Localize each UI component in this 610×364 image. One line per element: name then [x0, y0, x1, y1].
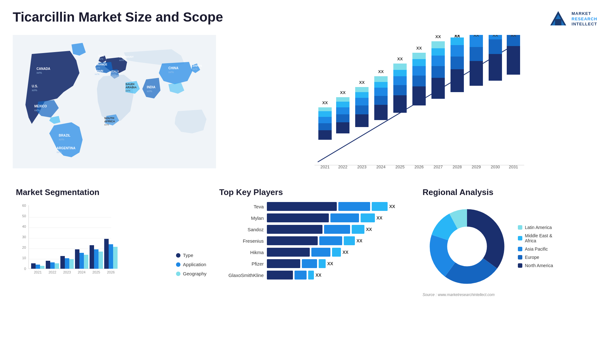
svg-text:xx%: xx%: [95, 73, 99, 76]
svg-rect-37: [318, 130, 332, 140]
svg-text:2021: 2021: [34, 270, 42, 274]
player-name-gsk: GlaxoSmithKline: [219, 273, 264, 278]
svg-rect-48: [336, 97, 349, 102]
player-bar-fresenius: XX: [267, 236, 410, 245]
svg-text:XX: XX: [322, 100, 328, 105]
svg-rect-125: [46, 261, 50, 269]
svg-rect-129: [65, 258, 69, 269]
svg-text:xx%: xx%: [37, 71, 42, 74]
legend-type: Type: [176, 253, 207, 258]
logo: MARKET RESEARCH INTELLECT: [549, 10, 597, 29]
player-label-pfizer: XX: [327, 261, 333, 266]
player-label-hikma: XX: [342, 250, 349, 255]
bar-chart-svg: XX 2021 XX 2022 XX 2023: [229, 35, 591, 175]
player-row-mylan: Mylan XX: [219, 213, 410, 222]
player-bar-dark-teva: [267, 202, 337, 211]
svg-text:AFRICA: AFRICA: [104, 120, 115, 123]
legend-europe: Europe: [518, 255, 553, 260]
svg-point-151: [447, 227, 487, 266]
svg-rect-47: [336, 102, 349, 107]
svg-rect-66: [393, 85, 407, 95]
svg-rect-122: [31, 263, 36, 269]
svg-text:INDIA: INDIA: [147, 85, 155, 89]
svg-rect-55: [355, 87, 369, 92]
player-bar-mid-gsk: [295, 271, 307, 280]
player-label-fresenius: XX: [356, 238, 363, 243]
svg-text:xx%: xx%: [59, 138, 64, 141]
svg-text:XX: XX: [378, 69, 384, 74]
svg-rect-128: [60, 256, 65, 269]
svg-rect-73: [412, 76, 426, 86]
svg-rect-59: [374, 96, 388, 105]
svg-rect-89: [451, 37, 464, 45]
world-map: CANADA xx% U.S. xx% MEXICO xx% BRAZIL xx…: [13, 35, 216, 168]
seg-chart-svg: 0 10 20 30 40 50 60: [16, 202, 118, 285]
svg-rect-86: [451, 69, 464, 92]
header: Ticarcillin Market Size and Scope MARKET…: [0, 0, 610, 32]
player-bar-dark-fresenius: [267, 236, 318, 245]
svg-text:30: 30: [22, 235, 26, 239]
player-name-mylan: Mylan: [219, 215, 264, 221]
svg-text:40: 40: [22, 225, 26, 228]
player-label-mylan: XX: [376, 215, 383, 220]
svg-text:2025: 2025: [92, 270, 100, 274]
svg-text:U.K.: U.K.: [98, 54, 104, 57]
svg-rect-61: [374, 82, 388, 88]
svg-rect-58: [374, 105, 388, 120]
svg-rect-51: [355, 114, 369, 127]
svg-rect-38: [318, 123, 332, 130]
player-bar-light-pfizer: [319, 259, 326, 268]
svg-rect-60: [374, 88, 388, 96]
players-list: Teva XX Mylan XX: [219, 202, 410, 280]
player-bar-gsk: XX: [267, 271, 410, 280]
svg-rect-131: [75, 249, 79, 269]
svg-text:SAUDI: SAUDI: [125, 83, 134, 86]
svg-text:XX: XX: [435, 35, 441, 39]
svg-text:XX: XX: [397, 57, 403, 61]
player-row-teva: Teva XX: [219, 202, 410, 211]
svg-rect-46: [336, 107, 349, 114]
svg-rect-139: [113, 247, 118, 269]
legend-dot-application: [176, 262, 180, 267]
svg-text:BRAZIL: BRAZIL: [59, 134, 71, 137]
map-section: CANADA xx% U.S. xx% MEXICO xx% BRAZIL xx…: [6, 32, 222, 184]
svg-rect-74: [412, 66, 426, 76]
svg-rect-96: [489, 54, 502, 81]
svg-rect-81: [431, 56, 445, 66]
segmentation-title: Market Segmentation: [16, 187, 207, 197]
svg-text:2022: 2022: [49, 270, 56, 274]
canada-label: CANADA: [37, 67, 50, 71]
svg-rect-75: [412, 59, 426, 66]
svg-text:SPAIN: SPAIN: [95, 69, 103, 72]
svg-rect-80: [431, 66, 445, 78]
svg-rect-44: [336, 122, 349, 133]
world-map-svg: CANADA xx% U.S. xx% MEXICO xx% BRAZIL xx…: [13, 35, 216, 168]
player-bar-dark-gsk: [267, 271, 293, 280]
svg-rect-100: [507, 46, 520, 75]
legend-geography: Geography: [176, 271, 207, 276]
player-name-hikma: Hikma: [219, 250, 264, 255]
svg-rect-40: [318, 111, 332, 117]
svg-text:xx%: xx%: [32, 89, 37, 92]
svg-rect-82: [431, 48, 445, 56]
svg-text:xx%: xx%: [168, 71, 174, 74]
svg-text:XX: XX: [511, 35, 516, 37]
svg-text:20: 20: [22, 246, 26, 249]
svg-text:CHINA: CHINA: [168, 66, 179, 70]
player-bar-light-fresenius: [344, 236, 355, 245]
legend-dot-type: [176, 253, 180, 258]
svg-text:SOUTH: SOUTH: [104, 117, 114, 120]
player-bar-dark-pfizer: [267, 259, 300, 268]
seg-chart-area: 0 10 20 30 40 50 60: [16, 202, 207, 286]
dot-north-america: [518, 263, 522, 268]
svg-text:FRANCE: FRANCE: [95, 63, 107, 66]
player-bar-mid-hikma: [311, 248, 330, 257]
player-bar-pfizer: XX: [267, 259, 410, 268]
svg-rect-132: [79, 253, 84, 269]
legend-asia-pacific: Asia Pacific: [518, 246, 553, 252]
player-bar-mid-teva: [338, 202, 370, 211]
svg-rect-97: [489, 39, 502, 54]
player-label-teva: XX: [389, 204, 395, 209]
svg-text:U.S.: U.S.: [32, 84, 38, 88]
players-title: Top Key Players: [219, 187, 410, 197]
